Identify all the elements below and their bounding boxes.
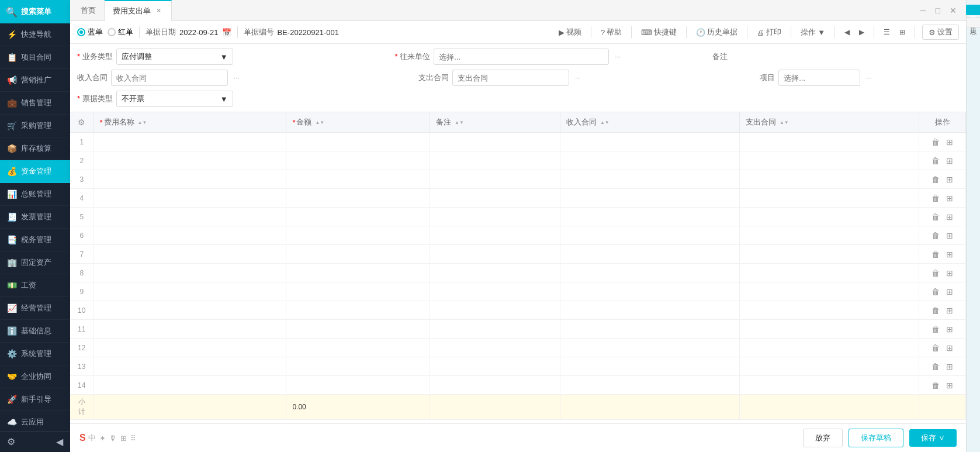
partner-dots-button[interactable]: ··· [615, 53, 621, 61]
maximize-button[interactable]: □ [933, 5, 943, 16]
amount-cell-3[interactable] [286, 170, 430, 189]
video-action[interactable]: ▶ 视频 [556, 26, 584, 39]
income-contract-cell-13[interactable] [560, 357, 739, 376]
income-contract-cell-4[interactable] [560, 189, 739, 208]
remark-cell-9[interactable] [430, 282, 560, 301]
expense-contract-cell-1[interactable] [739, 133, 919, 151]
amount-cell-12[interactable] [286, 339, 430, 357]
expense-name-cell-9[interactable] [94, 282, 286, 301]
delete-row-9[interactable]: 🗑 [929, 286, 942, 298]
list-view[interactable]: ☰ [881, 27, 892, 37]
expense-contract-dots[interactable]: ··· [575, 74, 581, 82]
delete-row-6[interactable]: 🗑 [929, 230, 942, 241]
remark-sort[interactable]: ▲▼ [455, 120, 464, 125]
sidebar-item-cloud-apps[interactable]: ☁️云应用 [0, 411, 70, 431]
red-bill-radio[interactable]: 红单 [108, 27, 133, 37]
grid-view[interactable]: ⊞ [897, 27, 908, 37]
expense-name-cell-1[interactable] [94, 133, 286, 151]
invoice-type-select[interactable]: 不开票 ▼ [116, 91, 233, 107]
income-contract-cell-6[interactable] [560, 226, 739, 245]
income-contract-dots[interactable]: ··· [234, 74, 240, 82]
delete-row-8[interactable]: 🗑 [929, 267, 942, 279]
expense-name-cell-5[interactable] [94, 208, 286, 226]
tab-home[interactable]: 首页 [72, 0, 105, 21]
operations-action[interactable]: 操作 ▼ [798, 26, 827, 39]
copy-row-11[interactable]: ⊞ [944, 323, 955, 335]
tab-close-expense-bill[interactable]: ✕ [154, 6, 163, 15]
amount-cell-1[interactable] [286, 133, 430, 151]
expense-contract-cell-13[interactable] [739, 357, 919, 376]
remark-cell-5[interactable] [430, 208, 560, 226]
remark-cell-3[interactable] [430, 170, 560, 189]
right-tab-log[interactable]: 日志 [966, 18, 980, 28]
amount-cell-8[interactable] [286, 264, 430, 282]
expense-name-sort[interactable]: ▲▼ [138, 120, 147, 125]
save-button[interactable]: 保存 ∨ [909, 429, 957, 447]
amount-cell-11[interactable] [286, 320, 430, 339]
sidebar-item-payroll[interactable]: 💵工资 [0, 274, 70, 297]
sidebar-item-basic-info[interactable]: ℹ️基础信息 [0, 320, 70, 343]
sidebar-item-capital-mgmt[interactable]: 💰资金管理 [0, 160, 70, 183]
expense-contract-cell-7[interactable] [739, 245, 919, 264]
expense-contract-cell-10[interactable] [739, 301, 919, 320]
remark-cell-8[interactable] [430, 264, 560, 282]
sidebar-item-accounting[interactable]: 📊总账管理 [0, 183, 70, 206]
project-input[interactable] [778, 70, 860, 86]
close-button[interactable]: ✕ [947, 5, 959, 16]
amount-cell-10[interactable] [286, 301, 430, 320]
delete-row-11[interactable]: 🗑 [929, 323, 942, 335]
sidebar-item-new-guide[interactable]: 🚀新手引导 [0, 388, 70, 411]
sidebar-item-inventory[interactable]: 📦库存核算 [0, 137, 70, 160]
sidebar-item-invoice-mgmt[interactable]: 🧾发票管理 [0, 206, 70, 229]
income-contract-cell-8[interactable] [560, 264, 739, 282]
expense-contract-cell-2[interactable] [739, 151, 919, 170]
amount-cell-6[interactable] [286, 226, 430, 245]
sidebar-item-sales-mgmt[interactable]: 💼销售管理 [0, 92, 70, 115]
copy-row-5[interactable]: ⊞ [944, 211, 955, 223]
column-settings-icon[interactable]: ⚙ [78, 118, 85, 127]
remark-cell-4[interactable] [430, 189, 560, 208]
help-action[interactable]: ? 帮助 [598, 26, 624, 39]
sidebar-item-operations-mgmt[interactable]: 📈经营管理 [0, 297, 70, 320]
set-button[interactable]: ⚙ 设置 [922, 25, 959, 40]
income-contract-cell-9[interactable] [560, 282, 739, 301]
delete-row-13[interactable]: 🗑 [929, 361, 942, 372]
project-dots[interactable]: ··· [866, 74, 872, 82]
expense-contract-cell-9[interactable] [739, 282, 919, 301]
delete-row-7[interactable]: 🗑 [929, 249, 942, 260]
remark-cell-7[interactable] [430, 245, 560, 264]
copy-row-6[interactable]: ⊞ [944, 230, 955, 241]
income-contract-cell-14[interactable] [560, 376, 739, 395]
partner-input[interactable] [434, 49, 609, 65]
amount-cell-2[interactable] [286, 151, 430, 170]
print-action[interactable]: 🖨 打印 [754, 26, 784, 39]
amount-cell-7[interactable] [286, 245, 430, 264]
remark-cell-14[interactable] [430, 376, 560, 395]
remark-cell-2[interactable] [430, 151, 560, 170]
expense-contract-sort[interactable]: ▲▼ [780, 120, 789, 125]
delete-row-5[interactable]: 🗑 [929, 211, 942, 223]
shortcut-action[interactable]: ⌨ 快捷键 [639, 26, 679, 39]
settings-icon[interactable]: ⚙ [7, 436, 15, 447]
remark-cell-10[interactable] [430, 301, 560, 320]
expense-name-cell-4[interactable] [94, 189, 286, 208]
delete-row-1[interactable]: 🗑 [929, 136, 942, 148]
expense-name-cell-12[interactable] [94, 339, 286, 357]
copy-row-4[interactable]: ⊞ [944, 192, 955, 204]
sidebar-item-quick-nav[interactable]: ⚡快捷导航 [0, 23, 70, 46]
tab-expense-bill[interactable]: 费用支出单✕ [105, 0, 172, 21]
income-contract-cell-10[interactable] [560, 301, 739, 320]
income-contract-cell-1[interactable] [560, 133, 739, 151]
discard-button[interactable]: 放弃 [803, 429, 843, 447]
income-contract-cell-12[interactable] [560, 339, 739, 357]
remark-cell-11[interactable] [430, 320, 560, 339]
copy-row-7[interactable]: ⊞ [944, 249, 955, 260]
copy-row-10[interactable]: ⊞ [944, 305, 955, 316]
save-draft-button[interactable]: 保存草稿 [849, 429, 903, 447]
income-contract-cell-5[interactable] [560, 208, 739, 226]
sidebar-item-tax-mgmt[interactable]: 📑税务管理 [0, 229, 70, 251]
copy-row-9[interactable]: ⊞ [944, 286, 955, 298]
income-contract-input[interactable] [111, 70, 228, 86]
sidebar-item-enterprise-coop[interactable]: 🤝企业协同 [0, 365, 70, 388]
expense-contract-cell-4[interactable] [739, 189, 919, 208]
